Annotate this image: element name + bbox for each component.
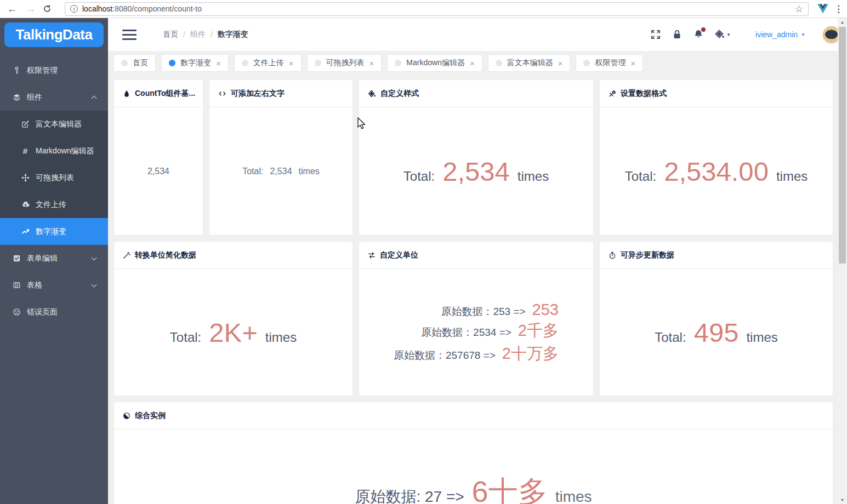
- tab-home[interactable]: 首页: [113, 54, 156, 72]
- sidebar-item-label: Markdown编辑器: [36, 146, 94, 156]
- sidebar-menu: 权限管理 组件 富文本编辑器 # Markdown编辑器: [0, 57, 108, 325]
- paint-bucket-icon: [368, 90, 376, 98]
- url-host: localhost: [82, 4, 112, 13]
- theme-icon[interactable]: ▼: [714, 29, 731, 40]
- sad-face-icon: [12, 308, 21, 316]
- close-icon[interactable]: ×: [289, 59, 294, 67]
- table-icon: [12, 281, 21, 289]
- close-icon[interactable]: ×: [470, 59, 475, 67]
- caret-down-icon: ▼: [801, 32, 805, 37]
- card-title: 自定义样式: [380, 89, 419, 99]
- breadcrumb-components[interactable]: 组件: [190, 30, 206, 39]
- sidebar-item-label: 富文本编辑器: [36, 119, 82, 129]
- unit-example-row: 原始数据：253 => 253: [394, 301, 559, 319]
- user-menu[interactable]: iview_admin ▼: [755, 30, 805, 39]
- lock-icon[interactable]: [672, 29, 683, 40]
- tab-state-dot: [583, 60, 590, 66]
- reload-icon[interactable]: [43, 4, 56, 13]
- breadcrumb-home[interactable]: 首页: [163, 30, 178, 39]
- chevron-up-icon: [92, 96, 97, 101]
- url-text[interactable]: localhost:8080/component/count-to: [82, 4, 791, 13]
- close-icon[interactable]: ×: [558, 59, 563, 67]
- count-suffix: times: [776, 169, 808, 184]
- main-area: 首页 / 组件 / 数字渐变 ▼: [108, 18, 847, 504]
- sidebar-item-label: 组件: [27, 93, 42, 102]
- bell-icon[interactable]: [693, 29, 704, 40]
- fullscreen-icon[interactable]: [650, 29, 661, 40]
- chevron-down-icon: [92, 255, 97, 260]
- unit-example-row: 原始数据：257678 => 2十万多: [394, 343, 559, 365]
- card-title: 可异步更新数据: [621, 250, 674, 260]
- card-custom-unit: 自定义单位 原始数据：253 => 253 原始数据：2534 => 2千多: [359, 241, 594, 396]
- count-prefix: Total:: [170, 330, 201, 345]
- scroll-up-icon[interactable]: ▲: [838, 18, 847, 26]
- forward-icon[interactable]: →: [24, 4, 37, 14]
- tab-label: 富文本编辑器: [507, 58, 553, 68]
- count-prefix: Total:: [242, 167, 263, 176]
- tab-markdown-editor[interactable]: Markdown编辑器 ×: [387, 54, 482, 72]
- tab-file-upload[interactable]: 文件上传 ×: [234, 54, 302, 72]
- tab-state-dot: [315, 60, 321, 66]
- compose-icon: [21, 120, 30, 128]
- sidebar-item-markdown-editor[interactable]: # Markdown编辑器: [0, 138, 108, 164]
- tab-richtext-editor[interactable]: 富文本编辑器 ×: [488, 54, 571, 72]
- sidebar-item-count-to[interactable]: 数字渐变: [0, 218, 108, 245]
- card-custom-style: 自定义样式 Total: 2,534 times: [359, 79, 594, 236]
- sidebar-toggle-icon[interactable]: [122, 30, 137, 40]
- sidebar-item-error-page[interactable]: 错误页面: [0, 299, 108, 325]
- tab-state-dot: [242, 60, 248, 66]
- unit-value: 2十万多: [502, 343, 559, 365]
- close-icon[interactable]: ×: [216, 59, 221, 67]
- breadcrumb-separator: /: [183, 30, 185, 39]
- unit-label: 原始数据：253 =>: [441, 305, 525, 319]
- sidebar-item-label: 数字渐变: [36, 227, 66, 237]
- card-title: CountTo组件基...: [135, 89, 195, 99]
- sidebar-item-permission[interactable]: 权限管理: [0, 57, 108, 84]
- app-window: TalkingData 权限管理 组件: [0, 18, 847, 504]
- sidebar-item-components[interactable]: 组件: [0, 84, 108, 111]
- topbar: 首页 / 组件 / 数字渐变 ▼: [108, 18, 847, 51]
- combo-value: 6十多: [472, 472, 548, 504]
- card-title: 转换单位简化数据: [135, 250, 196, 260]
- tab-count-to[interactable]: 数字渐变 ×: [161, 54, 229, 72]
- back-icon[interactable]: ←: [5, 4, 19, 14]
- sidebar-item-label: 文件上传: [36, 200, 66, 210]
- sidebar-item-form-editor[interactable]: 表单编辑: [0, 245, 108, 272]
- breadcrumb: 首页 / 组件 / 数字渐变: [163, 30, 248, 39]
- scrollbar-track[interactable]: ▲ ▼: [838, 18, 847, 504]
- browser-menu-icon[interactable]: ⋮: [834, 3, 842, 15]
- browser-toolbar: ← → i localhost:8080/component/count-to …: [0, 0, 847, 18]
- card-simplify-unit: 转换单位简化数据 Total: 2K+ times: [113, 241, 353, 396]
- combo-label: 原始数据: 27 =>: [355, 486, 464, 504]
- sidebar-item-draggable-list[interactable]: 可拖拽列表: [0, 164, 108, 191]
- tab-permission[interactable]: 权限管理 ×: [576, 54, 643, 72]
- address-bar[interactable]: i localhost:8080/component/count-to ☆: [65, 2, 809, 16]
- app-logo[interactable]: TalkingData: [4, 22, 104, 47]
- sidebar-item-table[interactable]: 表格: [0, 272, 108, 299]
- close-icon[interactable]: ×: [630, 59, 635, 67]
- topbar-actions: ▼ iview_admin ▼: [650, 26, 840, 44]
- stopwatch-icon: [609, 251, 616, 259]
- hash-icon: #: [21, 146, 30, 156]
- tab-label: 权限管理: [595, 58, 626, 68]
- count-prefix: Total:: [625, 169, 656, 184]
- move-icon: [21, 174, 30, 182]
- card-title: 可添加左右文字: [231, 89, 285, 99]
- bookmark-star-icon[interactable]: ☆: [795, 3, 803, 15]
- page-tabs: 首页 数字渐变 × 文件上传 × 可拖拽列表 × Markdown编辑器 ×: [108, 51, 847, 75]
- page-info-icon[interactable]: i: [70, 5, 78, 13]
- sidebar-item-file-upload[interactable]: 文件上传: [0, 191, 108, 218]
- scrollbar-thumb[interactable]: [839, 27, 846, 264]
- card-title: 设置数据格式: [621, 89, 667, 99]
- sidebar-item-label: 表单编辑: [27, 254, 58, 264]
- close-icon[interactable]: ×: [370, 59, 374, 67]
- sidebar: TalkingData 权限管理 组件: [0, 18, 108, 504]
- scroll-down-icon[interactable]: ▼: [838, 496, 847, 504]
- vue-devtools-icon[interactable]: [817, 4, 828, 14]
- unit-value: 2千多: [518, 320, 559, 342]
- tab-label: 数字渐变: [180, 58, 211, 68]
- tab-draggable-list[interactable]: 可拖拽列表 ×: [307, 54, 382, 72]
- sidebar-item-richtext-editor[interactable]: 富文本编辑器: [0, 111, 108, 138]
- tab-state-dot: [169, 60, 175, 66]
- count-suffix: times: [299, 167, 320, 176]
